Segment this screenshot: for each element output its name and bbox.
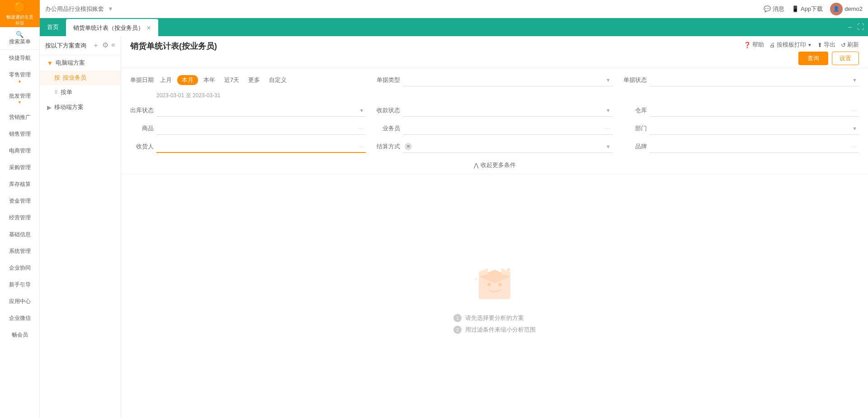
sidebar-item-stock[interactable]: 库存核算 (0, 176, 39, 193)
sidebar-group-retail: 零售管理 ▲ (0, 66, 39, 88)
product-select[interactable]: ··· (156, 122, 366, 135)
scheme-item-order-label: 按单 (61, 88, 72, 96)
step1-text: 请先选择要分析的方案 (465, 314, 524, 322)
sidebar-item-wholesale-label: 批发管理 (9, 92, 31, 100)
warehouse-label: 仓库 (623, 106, 647, 114)
tree-arrow-icon: ▼ (47, 60, 53, 66)
scheme-group-pc-label: 电脑端方案 (56, 59, 85, 67)
sidebar-item-retail[interactable]: 零售管理 ▲ (0, 66, 39, 88)
department-select[interactable]: ▼ (650, 122, 859, 135)
department-chevron-icon: ▼ (852, 126, 857, 131)
salesperson-select[interactable]: ··· (403, 122, 612, 135)
tab-home[interactable]: 首页 (40, 18, 66, 36)
doc-type-select[interactable]: ▼ (403, 74, 612, 86)
collapse-panel-btn[interactable]: « (111, 41, 115, 50)
sidebar-item-finance[interactable]: 资金管理 (0, 193, 39, 209)
add-scheme-btn[interactable]: ＋ (92, 41, 99, 50)
salesperson-dots-icon: ··· (604, 125, 611, 132)
export-btn[interactable]: ⬆ 导出 (817, 41, 835, 49)
export-icon: ⬆ (817, 42, 822, 48)
date-btn-7days[interactable]: 近7天 (221, 75, 243, 85)
print-btn[interactable]: 🖨 按模板打印 ▼ (769, 41, 812, 49)
main-area: 办公用品行业模拟账套 ▼ 💬 消息 📱 App下载 👤 demo2 首页 (40, 0, 868, 418)
tab-sales-report[interactable]: 销货单统计表（按业务员） ✕ (66, 19, 158, 37)
scheme-group-pc[interactable]: ▼ 电脑端方案 (40, 55, 121, 71)
filter-row-1: 单据日期 上月 本月 本年 近7天 更多 自定义 单据类型 (130, 74, 859, 86)
sidebar-item-member[interactable]: 畅会员 (0, 327, 39, 343)
download-icon: 📱 (792, 5, 799, 12)
settings-scheme-btn[interactable]: ⚙ (102, 41, 108, 50)
app-download-label: App下载 (801, 5, 823, 13)
date-btn-last-month[interactable]: 上月 (156, 75, 175, 85)
date-btn-more[interactable]: 更多 (245, 75, 264, 85)
empty-steps: 1 请先选择要分析的方案 2 用过滤条件来缩小分析范围 (453, 314, 536, 334)
sidebar-search[interactable]: 🔍 搜索菜单 (0, 27, 39, 50)
out-status-select[interactable]: ▼ (156, 104, 366, 117)
refresh-label: 刷新 (847, 41, 859, 49)
help-label: 帮助 (752, 41, 764, 49)
warehouse-select[interactable]: ··· (650, 104, 859, 117)
message-icon: 💬 (764, 5, 771, 12)
date-btn-custom[interactable]: 自定义 (265, 75, 290, 85)
app-name: 畅捷通好生意 (6, 14, 33, 20)
empty-state: ✦ ✦ 1 请先选择要分析的方案 2 用过滤条件来缩小分析范围 (121, 174, 868, 418)
filter-department-cell: 部门 ▼ (623, 122, 859, 135)
product-dots-icon: ··· (358, 125, 364, 132)
scheme-sub-icon: ⠿ (54, 90, 58, 95)
settlement-select[interactable]: ✕ ▼ (403, 140, 612, 153)
scheme-panel-actions: ＋ ⚙ « (92, 41, 115, 50)
print-arrow-icon: ▼ (807, 43, 812, 48)
filter-doc-type-cell: 单据类型 ▼ (377, 74, 612, 86)
sidebar-item-enterprise[interactable]: 企业协同 (0, 260, 39, 276)
refresh-btn[interactable]: ↺ 刷新 (841, 41, 859, 49)
message-label: 消息 (773, 5, 784, 13)
empty-illustration: ✦ ✦ (467, 258, 522, 305)
sidebar-item-wholesale[interactable]: 批发管理 ▼ (0, 88, 39, 109)
filter-receipt-status-cell: 收款状态 ▼ (377, 104, 612, 117)
warehouse-dots-icon: ··· (851, 107, 857, 114)
sidebar-item-retail-label: 零售管理 (9, 71, 31, 79)
page-header: 销货单统计表(按业务员) ❓ 帮助 🖨 按模板打印 ▼ ⬆ (121, 36, 868, 68)
help-btn[interactable]: ❓ 帮助 (744, 41, 764, 49)
export-label: 导出 (824, 41, 835, 49)
sidebar-item-quicknav[interactable]: 快捷导航 (0, 50, 39, 66)
message-btn[interactable]: 💬 消息 (764, 5, 784, 13)
sidebar-item-basic[interactable]: 基础信息 (0, 226, 39, 243)
date-btn-this-year[interactable]: 本年 (200, 75, 219, 85)
doc-status-select[interactable]: ▼ (650, 74, 859, 86)
sidebar-item-marketing[interactable]: 营销推广 (0, 109, 39, 126)
sidebar-item-purchase[interactable]: 采购管理 (0, 159, 39, 176)
sidebar-item-newbie[interactable]: 新手引导 (0, 276, 39, 293)
scheme-group-mobile[interactable]: ▶ 移动端方案 (40, 100, 121, 115)
empty-step-1: 1 请先选择要分析的方案 (453, 314, 536, 322)
tab-sales-report-label: 销货单统计表（按业务员） (73, 24, 144, 32)
tab-maximize-btn[interactable]: ⛶ (857, 23, 864, 31)
receipt-status-label: 收款状态 (377, 106, 400, 114)
query-btn[interactable]: 查询 (798, 52, 828, 65)
brand-select[interactable]: ··· (650, 140, 859, 153)
app-download-btn[interactable]: 📱 App下载 (792, 5, 823, 13)
sidebar-item-ecom[interactable]: 电商管理 (0, 142, 39, 159)
sidebar-item-sales[interactable]: 销售管理 (0, 126, 39, 142)
sidebar-item-system[interactable]: 系统管理 (0, 243, 39, 260)
filter-row-3: 商品 ··· 业务员 ··· 部门 (130, 122, 859, 135)
breadcrumb-arrow-icon: ▼ (108, 5, 113, 12)
tab-minimize-btn[interactable]: － (846, 23, 854, 32)
settings-btn[interactable]: 设置 (832, 52, 859, 65)
receiver-select[interactable]: ··· (156, 140, 366, 153)
receipt-status-select[interactable]: ▼ (403, 104, 612, 117)
tab-close-icon[interactable]: ✕ (146, 25, 151, 31)
out-status-chevron-icon: ▼ (359, 108, 364, 113)
tab-home-label: 首页 (47, 23, 59, 31)
sidebar-item-wechat[interactable]: 企业微信 (0, 310, 39, 327)
avatar-icon: 👤 (833, 6, 840, 12)
scheme-item-by-order[interactable]: ⠿ 按单 (40, 85, 121, 100)
date-btn-this-month[interactable]: 本月 (177, 75, 198, 85)
sidebar-item-apps[interactable]: 应用中心 (0, 293, 39, 310)
collapse-btn[interactable]: ⋀ 收起更多条件 (474, 161, 516, 169)
settlement-clear-btn[interactable]: ✕ (405, 143, 412, 150)
settlement-label: 结算方式 (377, 142, 400, 151)
scheme-item-by-salesperson[interactable]: 按 按业务员 (40, 71, 121, 85)
user-avatar-btn[interactable]: 👤 demo2 (830, 3, 863, 15)
sidebar-item-ops[interactable]: 经营管理 (0, 209, 39, 226)
